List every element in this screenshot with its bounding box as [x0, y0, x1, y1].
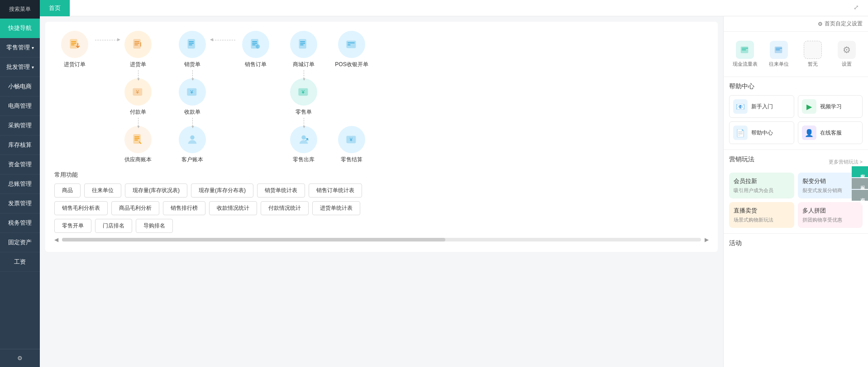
node-payment[interactable]: ¥ 付款单: [118, 78, 158, 116]
sidebar-item-label: 固定资产: [8, 238, 32, 246]
marketing-item-live[interactable]: 直播卖货 场景式购物新玩法: [729, 202, 794, 228]
fullscreen-button[interactable]: ⤢: [854, 4, 863, 13]
node-customer-book[interactable]: 客户账本: [172, 126, 213, 164]
group-title: 多人拼团: [802, 207, 858, 215]
sidebar-item-ecom[interactable]: 电商管理: [0, 97, 40, 116]
none-icon: [804, 41, 822, 59]
svg-point-16: [301, 135, 305, 140]
quick-btn-cashflow[interactable]: 现金流量表: [729, 37, 761, 71]
func-btn-partners[interactable]: 往来单位: [84, 184, 121, 198]
scroll-thumb: [62, 238, 445, 241]
node-mall-order[interactable]: 商城订单: [283, 31, 324, 68]
tab-home[interactable]: 首页: [40, 0, 70, 16]
svg-rect-5: [299, 39, 306, 48]
node-purchase-order[interactable]: 进货订单: [54, 31, 95, 68]
sidebar-item-retail[interactable]: 零售管理 ▾: [0, 38, 40, 58]
tab-bar-right: ⤢: [854, 4, 868, 13]
quick-btn-none[interactable]: 暂无: [797, 37, 829, 71]
node-retail-out[interactable]: 零售出库: [283, 126, 324, 164]
node-pos[interactable]: POS收银开单: [331, 31, 372, 68]
func-btn-purchase-stat[interactable]: 进货单统计表: [312, 201, 360, 215]
flow-diagram-card: 进货订单 ▶: [45, 22, 718, 252]
sidebar-item-inventory[interactable]: 库存核算: [0, 135, 40, 155]
help-item-service[interactable]: 👤 在线客服: [798, 121, 863, 144]
common-func-title: 常用功能: [54, 171, 709, 179]
sidebar-item-invoice[interactable]: 发票管理: [0, 194, 40, 213]
quick-btn-settings[interactable]: ⚙ 设置: [830, 37, 863, 71]
func-btn-store-rank[interactable]: 门店排名: [95, 219, 132, 233]
sidebar-settings[interactable]: ⚙: [0, 349, 40, 367]
sidebar-item-ecom-small[interactable]: 小畅电商: [0, 77, 40, 97]
marketing-item-group[interactable]: 多人拼团 拼团购物享受优惠: [798, 202, 863, 228]
more-marketing-link[interactable]: 更多营销玩法 >: [829, 159, 863, 165]
help-label: 帮助中心: [751, 129, 773, 137]
sidebar-item-label: 资金管理: [8, 160, 32, 169]
quick-btn-partners[interactable]: 往来单位: [763, 37, 795, 71]
func-row-1: 商品 往来单位 现存量(库存状况表) 现存量(库存分布表) 销货单统计表 销售订…: [54, 184, 709, 198]
marketing-item-member[interactable]: 会员拉新 吸引用户成为会员: [729, 173, 794, 198]
sidebar-item-salary[interactable]: 工资: [0, 252, 40, 272]
sidebar-item-purchase[interactable]: 采购管理: [0, 116, 40, 135]
sidebar-item-wholesale[interactable]: 批发管理 ▾: [0, 58, 40, 77]
node-sales-order[interactable]: 销售订单: [235, 31, 276, 68]
float-btn-community[interactable]: 服务社区: [852, 178, 868, 189]
func-btn-sales-order-stat[interactable]: 销售订单统计表: [309, 184, 362, 198]
main-area: 首页 ⤢: [40, 0, 868, 367]
marketing-title: 营销玩法: [729, 155, 754, 164]
sidebar-item-label: 采购管理: [8, 121, 32, 130]
node-sales[interactable]: 销货单: [172, 31, 213, 68]
func-row-2: 销售毛利分析表 商品毛利分析 销售排行榜 收款情况统计 付款情况统计 进货单统计…: [54, 201, 709, 215]
content-area: 进货订单 ▶: [40, 16, 868, 367]
func-row-3: 零售开单 门店排名 导购排名: [54, 219, 709, 233]
svg-text:¥: ¥: [190, 89, 194, 95]
func-btn-profit1[interactable]: 销售毛利分析表: [54, 201, 108, 215]
sidebar-item-assets[interactable]: 固定资产: [0, 233, 40, 252]
func-btn-receipt-stat[interactable]: 收款情况统计: [209, 201, 257, 215]
func-btn-profit2[interactable]: 商品毛利分析: [111, 201, 159, 215]
sidebar-search[interactable]: 搜索菜单: [0, 0, 40, 19]
sidebar-nav-home[interactable]: 快捷导航: [0, 19, 40, 38]
help-item-video[interactable]: ▶ 视频学习: [798, 95, 863, 118]
float-btn-service[interactable]: 客服热线: [852, 166, 868, 177]
partners-label: 往来单位: [769, 61, 789, 68]
func-btn-sales-stat[interactable]: 销货单统计表: [257, 184, 305, 198]
gear-icon: ⚙: [17, 355, 23, 362]
float-btn-desktop[interactable]: 桌面快捷: [852, 190, 868, 201]
func-btn-payment-stat[interactable]: 付款情况统计: [261, 201, 309, 215]
help-item-beginner[interactable]: 📧 新手入门: [729, 95, 794, 118]
sidebar-item-label: 电商管理: [8, 102, 32, 110]
customize-header: ⚙ 首页自定义设置: [724, 16, 868, 32]
scroll-left-button[interactable]: ◀: [54, 237, 58, 243]
node-retail[interactable]: ¥ 零售单: [283, 78, 324, 116]
node-retail-settle[interactable]: ¥ 零售结算: [331, 126, 372, 164]
sidebar-item-ledger[interactable]: 总账管理: [0, 174, 40, 194]
gear-icon: ⚙: [818, 21, 823, 27]
func-btn-stock1[interactable]: 现存量(库存状况表): [125, 184, 187, 198]
svg-point-15: [190, 135, 194, 140]
customize-label[interactable]: 首页自定义设置: [825, 20, 863, 28]
service-label: 在线客服: [820, 129, 842, 137]
func-btn-goods[interactable]: 商品: [54, 184, 81, 198]
func-btn-retail-order[interactable]: 零售开单: [54, 219, 91, 233]
scroll-track[interactable]: [62, 238, 701, 241]
node-receipt[interactable]: ¥ 收款单: [172, 78, 213, 116]
func-btn-ranking[interactable]: 销售排行榜: [163, 201, 205, 215]
node-purchase[interactable]: 进货单: [118, 31, 158, 68]
sidebar-item-finance[interactable]: 资金管理: [0, 155, 40, 174]
func-btn-guide-rank[interactable]: 导购排名: [136, 219, 173, 233]
svg-point-4: [256, 44, 260, 48]
help-center-section: 帮助中心 📧 新手入门 ▶ 视频学习 📄 帮助中心 👤: [724, 77, 868, 150]
settings-label: 设置: [842, 61, 852, 68]
scroll-bar: ◀ ▶: [54, 237, 709, 243]
scroll-right-button[interactable]: ▶: [705, 237, 709, 243]
video-icon: ▶: [802, 99, 816, 114]
help-item-help[interactable]: 📄 帮助中心: [729, 121, 794, 144]
beginner-icon: 📧: [733, 99, 748, 114]
svg-rect-6: [346, 41, 356, 48]
func-btn-stock2[interactable]: 现存量(库存分布表): [191, 184, 253, 198]
settings-icon: ⚙: [838, 41, 856, 59]
beginner-label: 新手入门: [751, 103, 773, 111]
sidebar-item-tax[interactable]: 税务管理: [0, 213, 40, 233]
node-supplier-book[interactable]: 供应商账本: [118, 126, 158, 164]
cashflow-icon: [736, 41, 754, 59]
